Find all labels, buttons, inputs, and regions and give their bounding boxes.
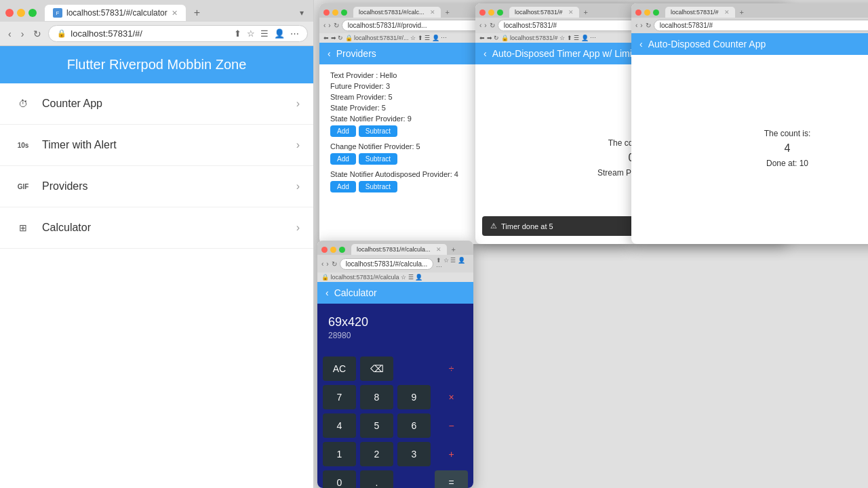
tab-dropdown[interactable]: ▾: [296, 8, 308, 18]
calc-btn-7[interactable]: 7: [323, 385, 356, 409]
nav-item-providers[interactable]: GIF Providers ›: [0, 166, 313, 207]
traffic-light-red[interactable]: [5, 9, 14, 17]
p-refresh[interactable]: ↻: [334, 22, 339, 29]
calc-btn-ac[interactable]: AC: [323, 357, 356, 381]
calc-btn-3[interactable]: 3: [397, 442, 431, 466]
traffic-light-yellow[interactable]: [17, 9, 25, 17]
ca-address[interactable]: localhost:57831/#/calcula...: [340, 258, 434, 270]
calc-result: 28980: [328, 331, 462, 340]
t-back[interactable]: ‹: [479, 22, 481, 29]
calc-equation: 69x420: [328, 315, 462, 329]
c-refresh[interactable]: ↻: [646, 22, 651, 29]
p-back[interactable]: ‹: [323, 22, 326, 29]
ca-fwd[interactable]: ›: [326, 260, 328, 268]
new-tab-button[interactable]: +: [189, 4, 205, 22]
t-tl-green[interactable]: [497, 9, 503, 16]
state-notifier-subtract[interactable]: Subtract: [359, 125, 397, 137]
calc-new-tab[interactable]: +: [452, 245, 456, 253]
timer-tab-close[interactable]: ✕: [568, 9, 574, 16]
state-notifier-add[interactable]: Add: [330, 125, 356, 137]
providers-traffic-lights: [323, 9, 347, 16]
p-fwd[interactable]: ›: [328, 22, 330, 29]
more-icon[interactable]: ⋯: [290, 28, 299, 39]
c-address[interactable]: localhost:57831/#: [654, 20, 868, 31]
nav-item-counter[interactable]: ⏱ Counter App ›: [0, 83, 313, 125]
calc-btn-multiply[interactable]: ×: [435, 385, 468, 409]
calc-tab[interactable]: localhost:57831/#/calcula... ✕: [351, 244, 447, 255]
address-text: localhost:57831/#/: [71, 28, 142, 39]
t-refresh[interactable]: ↻: [490, 22, 495, 29]
c-tl-red[interactable]: [635, 9, 642, 16]
p-tl-green[interactable]: [341, 9, 347, 16]
t-fwd[interactable]: ›: [484, 22, 486, 29]
t-tl-yellow[interactable]: [488, 9, 494, 16]
reader-icon[interactable]: ☰: [260, 28, 269, 39]
ca-back[interactable]: ‹: [321, 260, 323, 268]
calc-btn-divide[interactable]: ÷: [435, 357, 468, 381]
back-button[interactable]: ‹: [5, 27, 14, 41]
forward-button[interactable]: ›: [18, 27, 27, 41]
counter-address-row: ‹ › ↻ localhost:57831/# ☆ ⬆: [631, 18, 868, 33]
calc-btn-subtract[interactable]: −: [435, 413, 468, 438]
calc-btn-1[interactable]: 1: [323, 442, 356, 466]
calc-address-row: ‹ › ↻ localhost:57831/#/calcula... ⬆ ☆ ☰…: [317, 255, 473, 272]
future-provider-label: Future Provider: 3: [330, 82, 390, 90]
timer-tab[interactable]: localhost:57831/# ✕: [509, 7, 579, 18]
ca-tl-yellow[interactable]: [330, 247, 336, 253]
calc-btn-decimal[interactable]: .: [360, 470, 393, 488]
address-bar[interactable]: 🔒 localhost:57831/#/ ⬆ ☆ ☰ 👤 ⋯: [48, 25, 308, 42]
calc-btn-2[interactable]: 2: [360, 442, 393, 466]
providers-tab[interactable]: localhost:57831/#/calc... ✕: [353, 7, 441, 18]
calc-btn-4[interactable]: 4: [323, 413, 356, 438]
ca-refresh[interactable]: ↻: [332, 260, 337, 268]
providers-tab-close[interactable]: ✕: [430, 9, 435, 16]
providers-back-button[interactable]: ‹: [328, 48, 331, 59]
calc-tab-close[interactable]: ✕: [436, 246, 441, 253]
nav-item-timer[interactable]: 10s Timer with Alert ›: [0, 125, 313, 166]
calc-back-button[interactable]: ‹: [326, 287, 329, 298]
counter-tab-bar: localhost:57831/# ✕ +: [631, 3, 868, 18]
p-tl-red[interactable]: [323, 9, 330, 16]
ca-tl-red[interactable]: [321, 247, 328, 253]
share-icon[interactable]: ⬆: [234, 28, 241, 39]
calc-btn-8[interactable]: 8: [360, 385, 393, 409]
p-tl-yellow[interactable]: [332, 9, 338, 16]
t-tl-red[interactable]: [479, 9, 486, 16]
providers-new-tab[interactable]: +: [446, 8, 450, 16]
calc-btn-add[interactable]: +: [435, 442, 468, 466]
bookmark-icon[interactable]: ☆: [247, 28, 255, 39]
counter-tab-close[interactable]: ✕: [724, 9, 730, 16]
timer-back-button[interactable]: ‹: [484, 48, 487, 59]
timer-new-tab[interactable]: +: [584, 8, 588, 16]
refresh-button[interactable]: ↻: [31, 27, 44, 41]
providers-label: Providers: [42, 180, 287, 192]
counter-count-value: 4: [785, 142, 791, 155]
traffic-light-green[interactable]: [28, 9, 37, 17]
c-tl-yellow[interactable]: [644, 9, 650, 16]
c-fwd[interactable]: ›: [640, 22, 642, 29]
change-notifier-subtract[interactable]: Subtract: [359, 153, 397, 165]
counter-tab[interactable]: localhost:57831/# ✕: [665, 7, 735, 18]
calc-btn-6[interactable]: 6: [397, 413, 431, 438]
counter-back-button[interactable]: ‹: [639, 39, 643, 49]
calc-btn-equals[interactable]: =: [435, 470, 468, 488]
autodisposed-add[interactable]: Add: [330, 181, 356, 192]
ca-tl-green[interactable]: [339, 247, 345, 253]
browser-tab[interactable]: F localhost:57831/#/calculator ✕: [45, 5, 186, 21]
calc-chrome: localhost:57831/#/calcula... ✕ + ‹ › ↻ l…: [317, 241, 473, 282]
nav-item-calculator[interactable]: ⊞ Calculator ›: [0, 207, 313, 249]
timer-title: Auto-Disposed Timer App w/ Limit: [492, 48, 635, 59]
calc-btn-0[interactable]: 0: [323, 470, 356, 488]
autodisposed-subtract[interactable]: Subtract: [359, 181, 397, 192]
change-notifier-add[interactable]: Add: [330, 153, 356, 165]
calc-btn-9[interactable]: 9: [397, 385, 431, 409]
calc-btn-backspace[interactable]: ⌫: [360, 357, 393, 381]
calculator-chevron: ›: [296, 222, 300, 234]
account-icon[interactable]: 👤: [274, 28, 285, 39]
tab-close-button[interactable]: ✕: [172, 9, 178, 18]
calc-title: Calculator: [334, 287, 377, 298]
calc-btn-5[interactable]: 5: [360, 413, 393, 438]
counter-new-tab[interactable]: +: [740, 8, 744, 16]
c-tl-green[interactable]: [653, 9, 659, 16]
c-back[interactable]: ‹: [635, 22, 637, 29]
